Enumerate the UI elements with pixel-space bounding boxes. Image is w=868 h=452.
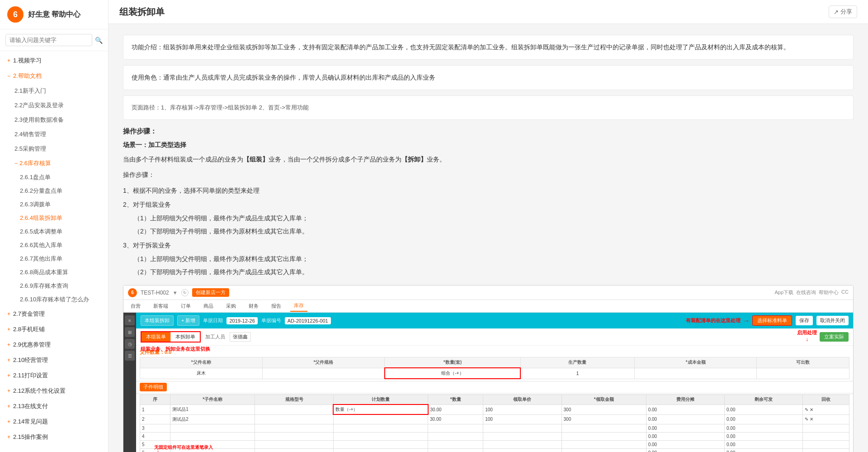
sidebar-sub-sales[interactable]: 2.4销售管理 [0,127,108,142]
help-link[interactable]: 帮助中心 [819,289,839,296]
qty-cell[interactable]: 组合（-+） [385,368,520,379]
row1-total[interactable]: 300 [561,404,646,414]
sidebar-item-mobile[interactable]: + 2.8手机旺铺 [0,322,108,337]
date-value[interactable]: 2019-12-26 [226,317,257,324]
worker-value[interactable]: 张德鑫 [230,332,251,342]
app-download-link[interactable]: App下载 [775,289,794,296]
sidebar-item-mgmt[interactable]: + 2.10经营管理 [0,352,108,368]
sidebar-item-print[interactable]: + 2.11打印设置 [0,368,108,383]
row4-total[interactable] [561,432,646,440]
row1-actual[interactable]: 30.00 [428,404,483,414]
row6-total[interactable] [561,448,646,452]
row6-spec[interactable] [255,448,333,452]
cost-cell[interactable] [634,368,757,379]
row1-name[interactable]: 测试品1 [170,404,255,414]
row2-action[interactable]: ✎ ✕ [803,414,849,424]
sidebar-item-cases[interactable]: + 2.15操作案例 [0,429,108,445]
row3-action[interactable] [803,424,849,432]
row2-plan[interactable] [333,414,428,424]
sidebar-sub-install[interactable]: 2.2产品安装及登录 [0,98,108,113]
sidebar-item-docs[interactable]: − 2.帮助文档 [0,68,108,84]
tool-btn-new[interactable]: + 新增 [177,315,199,326]
row5-unit[interactable] [483,440,561,448]
search-icon[interactable]: 🔍 [95,37,103,44]
sidebar-item-s3[interactable]: 2.6.3调拨单 [0,198,108,211]
parent-name-cell[interactable]: 床木 [140,368,263,379]
row5-spec[interactable] [255,440,333,448]
row6-unit[interactable] [483,448,561,452]
sidebar-item-s7[interactable]: 2.6.7其他出库单 [0,252,108,266]
tab-new-client[interactable]: 新客端 [150,301,172,311]
row1-unit[interactable]: 100 [483,404,561,414]
parent-spec-cell[interactable] [262,368,385,379]
tab-self[interactable]: 自营 [127,301,144,311]
sidebar-item-coupon[interactable]: + 2.9优惠券管理 [0,337,108,352]
enable-process-btn[interactable]: 立案实际 [820,332,849,342]
tab-order[interactable]: 订单 [177,301,194,311]
type-disassembly-btn[interactable]: 本拆卸单 [170,332,200,342]
sidebar-item-s5[interactable]: 2.6.5成本调整单 [0,225,108,238]
sidebar-item-s8[interactable]: 2.6.8商品成本重算 [0,266,108,279]
sidebar-item-s10[interactable]: 2.6.10库存账本错了怎么办 [0,293,108,306]
nav-icon-3[interactable]: ◷ [125,339,135,349]
sidebar-sub-purchase[interactable]: 2.5采购管理 [0,142,108,156]
row4-spec[interactable] [255,432,333,440]
row6-plan[interactable] [333,448,428,452]
bill-value[interactable]: AD-20191226-001 [285,317,331,324]
tab-finance[interactable]: 财务 [245,301,262,311]
online-support-link[interactable]: 在线咨询 [796,289,816,296]
row1-action[interactable]: ✎ ✕ [803,404,849,414]
nav-icon-2[interactable]: ⊞ [125,327,135,337]
row3-unit[interactable] [483,424,561,432]
produce-qty-cell[interactable]: 1 [520,368,634,379]
row2-actual[interactable]: 30.00 [428,414,483,424]
cancel-btn[interactable]: 取消并关闭 [816,316,849,325]
row5-action[interactable] [803,440,849,448]
row3-actual[interactable] [428,424,483,432]
search-input[interactable] [5,34,92,46]
row6-actual[interactable] [428,448,483,452]
row4-action[interactable] [803,432,849,440]
row3-plan[interactable] [333,424,428,432]
type-assembly-btn[interactable]: 本组装单 [142,332,170,342]
row6-action[interactable] [803,448,849,452]
sidebar-sub-data[interactable]: 2.3使用前数据准备 [0,113,108,127]
sidebar-sub-stock[interactable]: − 2.6库存核算 [0,156,108,171]
tool-btn-type[interactable]: 本组装拆卸 [141,315,174,326]
save-btn[interactable]: 保存 [796,316,813,325]
tab-stock[interactable]: 库存 [290,300,307,312]
sidebar-item-faq[interactable]: + 2.14常见问题 [0,414,108,429]
sidebar-item-s2[interactable]: 2.6.2分量盘点单 [0,184,108,198]
search-box[interactable]: 🔍 [0,29,108,51]
row3-spec[interactable] [255,424,333,432]
tab-report[interactable]: 报告 [268,301,285,311]
sidebar-item-s1[interactable]: 2.6.1盘点单 [0,171,108,184]
row3-name[interactable] [170,424,255,432]
row3-total[interactable] [561,424,646,432]
row1-plan[interactable]: 数量（-+） [333,404,428,414]
row4-unit[interactable] [483,432,561,440]
row2-name[interactable]: 测试品2 [170,414,255,424]
type-selector[interactable]: 本组装单 本拆卸单 [141,331,201,343]
row5-actual[interactable] [428,440,483,448]
sidebar-item-custom[interactable]: + 2.12系统个性化设置 [0,383,108,399]
sidebar-item-video[interactable]: + 1.视频学习 [0,53,108,68]
row5-plan[interactable] [333,440,428,448]
sidebar-item-finance[interactable]: + 2.7资金管理 [0,306,108,322]
row4-plan[interactable] [333,432,428,440]
row1-spec[interactable] [255,404,333,414]
sidebar-item-pay[interactable]: + 2.13在线支付 [0,399,108,414]
row4-actual[interactable] [428,432,483,440]
sidebar-item-s4[interactable]: 2.6.4组装拆卸单 [0,211,108,225]
new-store-btn[interactable]: 创建新店一方 [192,288,229,297]
row2-total[interactable]: 300 [561,414,646,424]
nav-icon-4[interactable]: ☰ [125,351,135,361]
tab-goods[interactable]: 商品 [200,301,217,311]
sidebar-item-s6[interactable]: 2.6.6其他入库单 [0,238,108,252]
row4-name[interactable] [170,432,255,440]
standard-bill-btn[interactable]: 选择标准料单 [752,315,792,326]
row5-total[interactable] [561,440,646,448]
nav-icon-1[interactable]: ≡ [125,315,135,325]
sidebar-sub-new[interactable]: 2.1新手入门 [0,84,108,98]
row2-unit[interactable]: 100 [483,414,561,424]
